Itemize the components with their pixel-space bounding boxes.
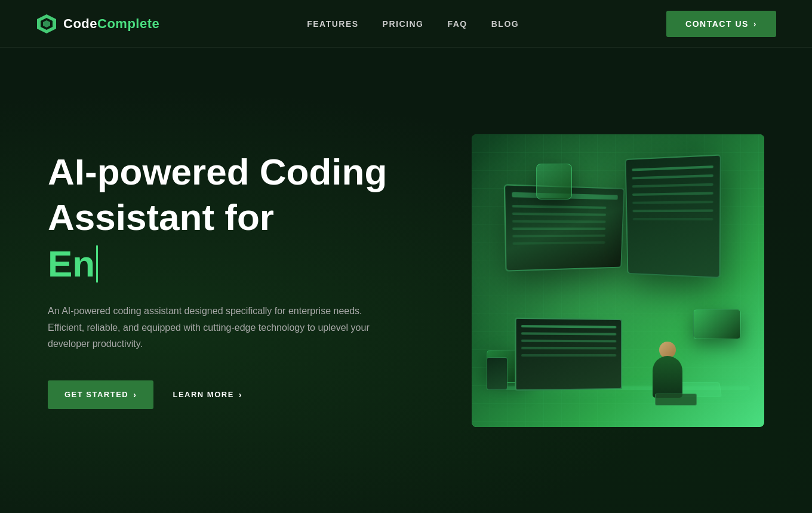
iso-scene <box>472 134 764 427</box>
side-screen-icon <box>625 154 721 278</box>
float-element-1 <box>536 164 572 199</box>
chair-icon <box>655 394 697 406</box>
desk-monitor-icon <box>515 318 622 391</box>
hero-heading-line2: Assistant for <box>48 197 442 238</box>
nav-item-pricing[interactable]: PRICING <box>383 19 424 29</box>
nav-item-faq[interactable]: FAQ <box>447 19 467 29</box>
mobile-device-icon <box>487 357 508 390</box>
nav-link-features[interactable]: FEATURES <box>307 19 358 29</box>
contact-us-label: CONTACT US <box>685 19 749 29</box>
logo-icon <box>36 13 57 35</box>
hero-illustration <box>463 134 764 427</box>
learn-more-button[interactable]: LEARN MORE › <box>173 380 242 409</box>
get-started-label: GET STARTED <box>64 390 128 399</box>
nav-item-blog[interactable]: BLOG <box>491 19 519 29</box>
person-figure <box>653 356 682 398</box>
hero-heading-line1: AI-powered Coding <box>48 152 442 192</box>
logo-code-text: Code <box>63 16 97 31</box>
hero-heading-animated: En <box>48 242 442 285</box>
person-body <box>653 356 682 398</box>
nav-link-pricing[interactable]: PRICING <box>383 19 424 29</box>
contact-us-button[interactable]: CONTACT US › <box>666 11 776 37</box>
logo-complete-text: Complete <box>97 16 159 31</box>
desk-area <box>472 295 764 427</box>
typing-cursor-icon <box>96 245 98 282</box>
navbar: CodeComplete FEATURES PRICING FAQ BLOG C… <box>0 0 812 48</box>
nav-link-faq[interactable]: FAQ <box>447 19 467 29</box>
contact-chevron-icon: › <box>753 19 757 29</box>
nav-item-features[interactable]: FEATURES <box>307 19 358 29</box>
nav-link-blog[interactable]: BLOG <box>491 19 519 29</box>
hero-animated-text: En <box>48 242 95 285</box>
logo[interactable]: CodeComplete <box>36 13 159 35</box>
hero-description: An AI-powered coding assistant designed … <box>48 303 388 352</box>
hero-actions: GET STARTED › LEARN MORE › <box>48 380 442 409</box>
hero-image <box>472 134 764 427</box>
learn-more-chevron-icon: › <box>239 390 242 400</box>
hero-section: AI-powered Coding Assistant for En An AI… <box>0 48 812 513</box>
hero-content: AI-powered Coding Assistant for En An AI… <box>48 152 442 409</box>
learn-more-label: LEARN MORE <box>173 390 233 399</box>
get-started-chevron-icon: › <box>133 390 137 400</box>
get-started-button[interactable]: GET STARTED › <box>48 380 153 409</box>
nav-links: FEATURES PRICING FAQ BLOG <box>307 19 519 29</box>
